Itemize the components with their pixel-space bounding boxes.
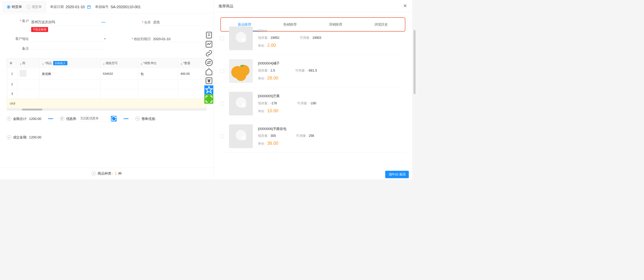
col-product[interactable]: ▲▼*商品扫码录入 bbox=[39, 58, 100, 68]
svg-marker-11 bbox=[206, 86, 212, 93]
product-info: [0000005]芒果 现存量:-178 可用量:-190 单价:10.00 bbox=[258, 94, 405, 113]
product-image bbox=[229, 124, 253, 148]
selected-return-button[interactable]: 选中(0) 返回 bbox=[385, 171, 409, 178]
customer-label: *客户 bbox=[7, 19, 29, 24]
settings-column[interactable]: ⚙ bbox=[7, 58, 17, 68]
side-link-button[interactable] bbox=[204, 49, 214, 58]
coupon-icon: 券 bbox=[60, 116, 64, 121]
row-index: 1 bbox=[7, 68, 17, 80]
sort-icon: ▲▼ bbox=[42, 63, 44, 65]
remark-input[interactable] bbox=[31, 47, 106, 49]
row-unit[interactable] bbox=[138, 80, 178, 89]
row-product[interactable]: 果倍爽 bbox=[39, 68, 100, 80]
refresh-coupon-button[interactable] bbox=[111, 116, 117, 122]
row-spec[interactable]: 534532 bbox=[100, 68, 138, 80]
recommended-products-panel: 推荐商品 ✕ 新品推荐热销推荐滞销推荐浏览历史 250ml 现存量:19952 … bbox=[213, 0, 412, 179]
table-row[interactable]: 3 bbox=[7, 89, 206, 99]
lookup-icon[interactable]: ••• bbox=[101, 20, 106, 24]
product-checkbox[interactable] bbox=[220, 102, 224, 105]
radio-sales-order[interactable]: 销货单 bbox=[7, 4, 22, 9]
col-unit[interactable]: ▲▼*销售单位 bbox=[138, 58, 178, 68]
chevron-down-icon[interactable]: ▾ bbox=[104, 37, 106, 40]
product-info: 250ml 现存量:19952 可用量:19903 单价:2.00 bbox=[258, 29, 405, 48]
row-unit[interactable]: 包 bbox=[138, 68, 178, 80]
remark-label: 备注 bbox=[7, 46, 29, 51]
panel-title: 推荐商品 bbox=[219, 3, 233, 8]
row-qty[interactable]: 400.00 bbox=[178, 68, 206, 80]
order-discount: % 整单优惠: bbox=[135, 116, 156, 121]
row-unit[interactable] bbox=[138, 89, 178, 99]
product-info: [0000004]橘子 现存量:2.5 可用量:-681.5 单价:28.00 bbox=[258, 61, 405, 81]
row-image bbox=[17, 68, 39, 80]
dash-icon bbox=[48, 118, 53, 119]
row-spec[interactable] bbox=[100, 80, 138, 89]
product-name: [0000006]手撕面包 bbox=[258, 127, 405, 131]
panel-header: 推荐商品 ✕ bbox=[214, 0, 412, 12]
vertical-scrollbar[interactable] bbox=[414, 30, 416, 94]
line-items-table: ⚙ ▲▼商 ▲▼*商品扫码录入 ▲▼规格型号 ▲▼*销售单位 ▲▼*数量 1 果… bbox=[7, 58, 207, 108]
table-row[interactable]: 2 bbox=[7, 80, 206, 89]
customer-badge: 不固定账期 bbox=[31, 27, 48, 32]
radio-icon bbox=[7, 5, 10, 9]
product-thumb-icon bbox=[20, 70, 26, 77]
side-expand-button[interactable] bbox=[204, 95, 214, 104]
side-favorite-button[interactable] bbox=[204, 85, 214, 95]
sales-order-form: 销货单 退货单 单据日期 2020-01-10 单据编号 SA-20200110… bbox=[0, 0, 213, 179]
row-qty[interactable] bbox=[178, 80, 206, 89]
coupon-input[interactable] bbox=[79, 116, 109, 122]
product-name: [0000004]橘子 bbox=[258, 61, 405, 66]
stock-stat: 现存量:2.5 bbox=[258, 68, 275, 73]
product-item: [0000006]手撕面包 现存量:300 可用量:256 单价:38.00 bbox=[220, 120, 406, 153]
svg-point-21 bbox=[242, 136, 246, 140]
address-input[interactable]: ▾ bbox=[31, 36, 106, 41]
sku-label: 商品种类 : bbox=[98, 171, 113, 176]
deal-icon: ✦ bbox=[7, 135, 11, 140]
row-image bbox=[17, 89, 39, 99]
product-item: [0000005]芒果 现存量:-178 可用量:-190 单价:10.00 bbox=[220, 87, 406, 120]
amount-label: 金额合计: bbox=[13, 116, 28, 121]
side-home-button[interactable] bbox=[204, 67, 214, 76]
customer-input[interactable]: 苏州万达沃尔玛 ••• bbox=[31, 19, 106, 26]
doc-date-value[interactable]: 2020-01-10 bbox=[66, 5, 85, 9]
col-image[interactable]: ▲▼商 bbox=[17, 58, 39, 68]
product-image bbox=[229, 26, 253, 50]
side-swap-button[interactable] bbox=[204, 58, 214, 67]
panel-footer: 选中(0) 返回 bbox=[385, 172, 409, 176]
col-spec[interactable]: ▲▼规格型号 bbox=[100, 58, 138, 68]
product-checkbox[interactable] bbox=[220, 36, 224, 40]
sort-icon: ▲▼ bbox=[180, 63, 183, 65]
sort-icon: ▲▼ bbox=[140, 63, 143, 65]
row-product[interactable] bbox=[39, 89, 100, 99]
due-date-input[interactable]: 2020-01-10 bbox=[153, 36, 201, 42]
coupon-label: 优惠券: bbox=[66, 116, 77, 121]
warehouse-input[interactable]: 总仓 bbox=[153, 19, 201, 26]
row-product[interactable] bbox=[39, 80, 100, 89]
deal-value: 1200.00 bbox=[29, 136, 41, 139]
side-currency-button[interactable]: ¥ bbox=[204, 76, 214, 86]
product-checkbox[interactable] bbox=[220, 69, 224, 73]
product-checkbox[interactable] bbox=[220, 134, 224, 138]
row-image bbox=[17, 80, 39, 89]
table-row[interactable]: 1 果倍爽 534532 包 400.00 bbox=[7, 68, 206, 80]
radio-return-order[interactable]: 退货单 bbox=[27, 4, 42, 9]
product-name: 250ml bbox=[258, 29, 405, 33]
row-spec[interactable] bbox=[100, 89, 138, 99]
price-stat: 单价:2.00 bbox=[258, 43, 405, 48]
horizontal-scrollbar[interactable] bbox=[7, 108, 207, 111]
footer-summary: ≡ 商品种类 : 1 种 bbox=[0, 168, 213, 179]
product-info: [0000006]手撕面包 现存量:300 可用量:256 单价:38.00 bbox=[258, 127, 405, 146]
sku-icon: ≡ bbox=[92, 171, 96, 176]
scan-input-button[interactable]: 扫码录入 bbox=[53, 61, 67, 65]
row-qty[interactable] bbox=[178, 89, 206, 99]
col-qty[interactable]: ▲▼*数量 bbox=[178, 58, 206, 68]
stock-stat: 现存量:300 bbox=[258, 134, 276, 138]
available-stat: 可用量:256 bbox=[296, 134, 314, 138]
product-image bbox=[229, 92, 253, 116]
side-note-button[interactable] bbox=[204, 31, 214, 40]
calendar-icon[interactable] bbox=[87, 5, 91, 9]
row-index: 3 bbox=[7, 89, 17, 99]
close-icon[interactable]: ✕ bbox=[403, 3, 407, 9]
price-stat: 单价:10.00 bbox=[258, 108, 405, 114]
address-label: 客户地址 bbox=[7, 36, 29, 41]
side-chart-button[interactable] bbox=[204, 40, 214, 49]
